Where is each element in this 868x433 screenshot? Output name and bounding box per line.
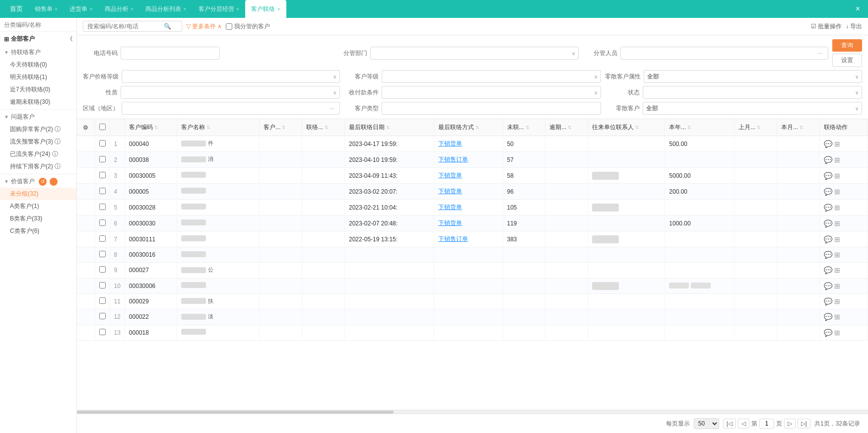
tab-customer-contact[interactable]: 客户联络 × [245, 0, 286, 18]
my-customers-checkbox[interactable] [226, 23, 232, 30]
chat-icon[interactable]: 💬 [824, 235, 832, 243]
scrollbar-thumb[interactable] [77, 411, 394, 414]
sidebar-item-tomorrow-pending[interactable]: 明天待联络(1) [0, 71, 76, 83]
chat-icon[interactable]: 💬 [824, 219, 832, 227]
grid-action-icon[interactable]: ⊞ [834, 156, 840, 164]
sidebar-search-input[interactable] [4, 21, 77, 28]
grid-action-icon[interactable]: ⊞ [834, 172, 840, 180]
per-page-select[interactable]: 50 100 200 [694, 418, 719, 429]
grid-action-icon[interactable]: ⊞ [834, 297, 840, 305]
row-checkbox-cell[interactable] [95, 309, 110, 325]
area-select[interactable]: ··· [122, 102, 340, 115]
overdue-sort-icon[interactable]: ⇅ [568, 125, 572, 130]
retail-customer-select[interactable]: 全部 ∨ [643, 102, 862, 115]
last-contact-method-cell[interactable] [434, 293, 503, 309]
contact-method-link[interactable]: 下销货单 [438, 204, 462, 211]
home-tab[interactable]: 首页 [4, 0, 29, 18]
chat-icon[interactable]: 💬 [824, 188, 832, 196]
last-contact-method-cell[interactable]: 下销货单 [434, 216, 503, 231]
row-checkbox-cell[interactable] [95, 136, 110, 152]
last-contact-method-cell[interactable]: 下销货单 [434, 168, 503, 184]
this-year-column-header[interactable]: 本年...⇅ [665, 119, 734, 136]
last-contact-method-cell[interactable]: 下销售订单 [434, 231, 503, 247]
row-checkbox[interactable] [99, 219, 106, 226]
last-contact-method-column-header[interactable]: 最后联络方式⇅ [434, 119, 503, 136]
select-all-checkbox[interactable] [99, 124, 106, 130]
row-checkbox-cell[interactable] [95, 168, 110, 184]
close-purchase-order-icon[interactable]: × [89, 6, 92, 12]
name-column-header[interactable]: 客户名称⇅ [177, 119, 260, 136]
row-checkbox-cell[interactable] [95, 152, 110, 168]
area-dots-icon[interactable]: ··· [328, 105, 336, 112]
row-checkbox-cell[interactable] [95, 325, 110, 340]
all-customers-header[interactable]: ⊞ 全部客户 《 [0, 32, 76, 46]
chat-icon[interactable]: 💬 [824, 329, 832, 337]
last-contact-method-cell[interactable]: 下销售订单 [434, 152, 503, 168]
problem-group-header[interactable]: ▼ 问题客户 [0, 111, 76, 123]
grid-action-icon[interactable]: ⊞ [834, 329, 840, 337]
grid-action-icon[interactable]: ⊞ [834, 219, 840, 227]
last-contact-method-cell[interactable] [434, 278, 503, 293]
customer-type-column-header[interactable]: 客户...⇅ [260, 119, 302, 136]
this-year-sort-icon[interactable]: ⇅ [687, 125, 691, 130]
last-contact-method-sort-icon[interactable]: ⇅ [475, 125, 479, 130]
chat-icon[interactable]: 💬 [824, 251, 832, 259]
chat-icon[interactable]: 💬 [824, 297, 832, 305]
contact-method-link[interactable]: 下销货单 [438, 188, 462, 195]
grid-action-icon[interactable]: ⊞ [834, 313, 840, 321]
row-checkbox[interactable] [99, 297, 106, 304]
phone-input[interactable] [121, 47, 220, 60]
my-customers-checkbox-area[interactable]: 我分管的客户 [226, 22, 270, 31]
query-button[interactable]: 查询 [832, 39, 862, 52]
chat-icon[interactable]: 💬 [824, 140, 832, 148]
property-select[interactable]: ∨ [121, 86, 340, 99]
horizontal-scrollbar[interactable] [77, 410, 868, 414]
tab-product-analysis[interactable]: 商品分析 × [99, 0, 139, 18]
last-contact-method-cell[interactable]: 下销货单 [434, 200, 503, 216]
sidebar-item-week-pending[interactable]: 近7天待联络(0) [0, 83, 76, 96]
this-month-column-header[interactable]: 本月...⇅ [777, 119, 820, 136]
sidebar-item-overdue-pending[interactable]: 逾期未联络(30) [0, 96, 76, 108]
close-customer-contact-icon[interactable]: × [277, 6, 280, 12]
payment-select[interactable]: ∨ [382, 86, 601, 99]
value-group-header[interactable]: ▼ 价值客户 ↺ [0, 175, 76, 188]
checkbox-column-header[interactable] [95, 119, 110, 136]
last-contact-method-cell[interactable]: 下销货单 [434, 136, 503, 152]
prev-page-button[interactable]: ◁ [738, 419, 749, 429]
dept-select[interactable]: ∨ [370, 47, 578, 60]
row-checkbox-cell[interactable] [95, 263, 110, 279]
last-month-sort-icon[interactable]: ⇅ [757, 125, 761, 130]
grid-action-icon[interactable]: ⊞ [834, 204, 840, 212]
grid-action-icon[interactable]: ⊞ [834, 188, 840, 196]
tab-customer-segmentation[interactable]: 客户分层经营 × [193, 0, 245, 18]
tab-purchase-order[interactable]: 进货单 × [64, 0, 98, 18]
code-column-header[interactable]: 客户编码⇅ [125, 119, 177, 136]
close-product-analysis-icon[interactable]: × [131, 6, 134, 12]
sidebar-item-class-c[interactable]: C类客户(6) [0, 225, 76, 237]
chat-icon[interactable]: 💬 [824, 204, 832, 212]
contact-column-header[interactable]: 联络...⇅ [302, 119, 345, 136]
row-checkbox-cell[interactable] [95, 200, 110, 216]
not-contacted-column-header[interactable]: 未联...⇅ [503, 119, 545, 136]
last-month-column-header[interactable]: 上月...⇅ [734, 119, 777, 136]
row-checkbox[interactable] [99, 313, 106, 319]
person-select[interactable]: ··· [620, 47, 828, 60]
name-sort-icon[interactable]: ⇅ [206, 125, 210, 130]
next-page-button[interactable]: ▷ [784, 419, 796, 429]
sidebar-item-declining[interactable]: 持续下滑客户(2) ⓘ [0, 160, 76, 173]
chat-icon[interactable]: 💬 [824, 156, 832, 164]
row-checkbox-cell[interactable] [95, 184, 110, 200]
sidebar-collapse-icon[interactable]: 《 [67, 35, 72, 43]
close-product-analysis-list-icon[interactable]: × [183, 6, 186, 12]
customer-level-select[interactable]: ∨ [382, 70, 601, 83]
row-checkbox[interactable] [99, 172, 106, 178]
gear-icon[interactable]: ⚙ [83, 124, 88, 131]
contact-method-link[interactable]: 下销货单 [438, 219, 462, 226]
row-checkbox-cell[interactable] [95, 293, 110, 309]
export-button[interactable]: ↓ 导出 [846, 22, 862, 31]
grid-action-icon[interactable]: ⊞ [834, 140, 840, 148]
tab-sales-order[interactable]: 销售单 × [29, 0, 64, 18]
row-checkbox[interactable] [99, 156, 106, 162]
grid-action-icon[interactable]: ⊞ [834, 282, 840, 290]
contact-sort-icon[interactable]: ⇅ [325, 125, 329, 130]
